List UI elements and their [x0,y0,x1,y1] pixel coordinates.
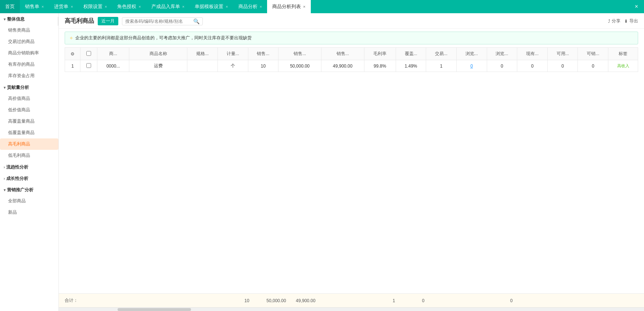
tab-sales-order[interactable]: 销售单 × [20,0,49,13]
cell-saleable: 0 [578,60,608,72]
col-header-code[interactable]: 商... [97,48,129,60]
sidebar-group-marketing[interactable]: ▾ 营销推广分析 [0,184,58,195]
close-all-button[interactable]: × [629,3,644,10]
cell-gross-margin: 99.8% [364,60,396,72]
chevron-right-icon: › [4,165,5,169]
share-icon: ⤴ [608,19,610,24]
sidebar-item-new-goods[interactable]: 新品 [0,207,58,218]
sidebar-item-high-coverage[interactable]: 高覆盖量商品 [0,116,58,127]
chevron-down-icon: ▾ [4,188,6,192]
cell-current-stock: 0 [517,60,548,72]
sidebar-item-low-coverage[interactable]: 低覆盖量商品 [0,127,58,138]
sidebar-item-low-value[interactable]: 低价值商品 [0,104,58,116]
scrollbar-thumb[interactable] [118,308,191,311]
main-container: « ▾ 整体信息 销售类商品 交易过的商品 商品分销助购率 有库存的商品 库存资… [0,13,644,311]
col-header-unit[interactable]: 计量... [217,48,248,60]
close-icon[interactable]: × [260,4,262,9]
tab-product-analysis[interactable]: 商品分析 × [233,0,267,13]
sidebar-item-stock-capital[interactable]: 库存资金占用 [0,70,58,82]
footer-cell-blank9 [467,298,497,303]
col-header-browse1[interactable]: 浏览... [456,48,487,60]
col-header-sales-qty[interactable]: 销售... [248,48,278,60]
sidebar-group-trend[interactable]: › 流趋性分析 [0,161,58,173]
close-icon[interactable]: × [182,4,184,9]
cell-browse2: 0 [487,60,517,72]
col-header-tag[interactable]: 标签 [608,48,638,60]
cell-transaction: 1 [426,60,457,72]
cell-name: 运费 [129,60,187,72]
col-header-seq: ⚙ [65,48,80,60]
footer-cell-blank10 [526,298,555,303]
footer-cell-blank6 [320,298,350,303]
tab-product-inbound[interactable]: 产成品入库单 × [146,0,190,13]
sidebar-item-high-margin[interactable]: 高毛利商品 [0,138,58,150]
sidebar-item-in-stock-goods[interactable]: 有库存的商品 [0,59,58,70]
tab-home[interactable]: 首页 [0,0,20,13]
col-header-transaction[interactable]: 交易... [426,48,457,60]
close-icon[interactable]: × [105,4,107,9]
col-header-name[interactable]: 商品名称 [129,48,187,60]
close-icon[interactable]: × [71,4,73,9]
share-button[interactable]: ⤴ 分享 [608,18,620,24]
col-header-browse2[interactable]: 浏览... [487,48,517,60]
footer-cells: 10 50,000.00 49,900.00 1 0 0 [85,298,638,303]
close-icon[interactable]: × [42,4,44,9]
sidebar-collapse-button[interactable]: « [58,17,59,26]
footer-cell-browse1: 0 [409,298,438,303]
footer-cell-blank7 [350,298,379,303]
col-header-spec[interactable]: 规格... [187,48,218,60]
footer-cell-sales-amt: 50,000.00 [262,298,291,303]
horizontal-scrollbar[interactable] [59,307,644,311]
row-checkbox[interactable] [86,63,91,68]
sidebar-item-sales-goods[interactable]: 销售类商品 [0,25,58,36]
cell-unit: 个 [217,60,248,72]
sidebar-group-overall[interactable]: ▾ 整体信息 [0,13,58,25]
footer-cell-blank2 [115,298,144,303]
sidebar-item-all-goods[interactable]: 全部商品 [0,195,58,207]
content-area: 高毛利商品 近一月 🔍 ⤴ 分享 ⬇ 导出 ✧ 企业的主要的利润都是这部分商品创… [59,13,644,311]
close-icon[interactable]: × [303,4,305,9]
close-icon[interactable]: × [226,4,228,9]
table-row: 1 0000... 运费 个 10 50,000.00 49,900.00 99… [65,60,638,72]
tab-template-settings[interactable]: 单据模板设置 × [190,0,233,13]
tab-permission-settings[interactable]: 权限设置 × [78,0,112,13]
col-header-saleable[interactable]: 可销... [578,48,608,60]
page-title: 高毛利商品 [65,17,94,25]
col-header-sales-amt[interactable]: 销售... [278,48,321,60]
tab-role-auth[interactable]: 角色授权 × [112,0,146,13]
search-icon[interactable]: 🔍 [193,18,199,24]
tab-product-analysis-list[interactable]: 商品分析列表 × [267,0,310,13]
chevron-right-icon: › [4,177,5,181]
tab-purchase-order[interactable]: 进货单 × [49,0,78,13]
export-button[interactable]: ⬇ 导出 [624,18,638,24]
col-header-current-stock[interactable]: 现有... [517,48,548,60]
col-header-coverage[interactable]: 覆盖... [396,48,426,60]
sidebar-item-traded-goods[interactable]: 交易过的商品 [0,36,58,47]
tip-icon: ✧ [69,36,73,41]
cell-sales-profit: 49,900.00 [321,60,364,72]
header-actions: ⤴ 分享 ⬇ 导出 [608,18,638,24]
search-input[interactable] [125,19,193,24]
sidebar-item-distribution-rate[interactable]: 商品分销助购率 [0,47,58,59]
sidebar-item-low-margin[interactable]: 低毛利商品 [0,150,58,161]
footer-label: 合计： [65,297,78,304]
cell-tag: 高收入 [608,60,638,72]
sidebar-group-contribution[interactable]: ▾ 贡献量分析 [0,82,58,93]
footer-totals: 合计： 10 50,000.00 49,900.00 1 0 0 [59,293,644,307]
content-header: 高毛利商品 近一月 🔍 ⤴ 分享 ⬇ 导出 [59,13,644,29]
data-table: ⚙ 商... 商品名称 规格... [65,47,638,72]
footer-cell-transaction: 1 [379,298,409,303]
col-header-gross-margin[interactable]: 毛利率 [364,48,396,60]
chevron-down-icon: ▾ [4,17,6,21]
col-header-available[interactable]: 可用... [547,48,578,60]
settings-icon[interactable]: ⚙ [71,51,75,57]
col-header-sales-profit[interactable]: 销售... [321,48,364,60]
cell-browse1[interactable]: 0 [456,60,487,72]
filter-recent-month-button[interactable]: 近一月 [98,17,118,25]
sidebar-item-high-value[interactable]: 高价值商品 [0,93,58,104]
tag-badge: 高收入 [617,64,629,68]
select-all-checkbox[interactable] [86,51,91,56]
cell-available: 0 [547,60,578,72]
close-icon[interactable]: × [138,4,141,9]
sidebar-group-growth[interactable]: › 成长性分析 [0,173,58,184]
